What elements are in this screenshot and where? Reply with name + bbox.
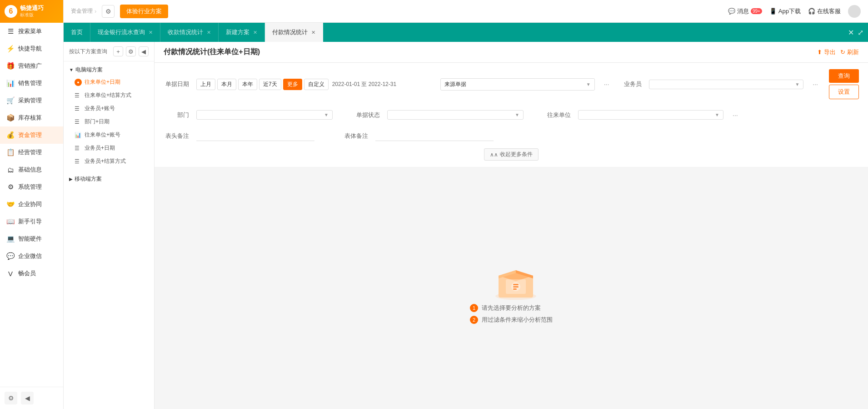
scheme-item-staff-account[interactable]: ☰业务员+账号: [64, 102, 154, 115]
sidebar-item-marketing[interactable]: 🎁营销推广: [0, 57, 63, 75]
date-custom-btn[interactable]: 自定义: [304, 79, 329, 90]
tab-bank-flow[interactable]: 现金银行流水查询✕: [90, 23, 160, 42]
tab-close-payment-stats[interactable]: ✕: [311, 30, 315, 35]
query-btn[interactable]: 查询: [829, 69, 859, 83]
tab-receipt-stats[interactable]: 收款情况统计✕: [160, 23, 219, 42]
tab-close-all-icon[interactable]: ✕: [848, 28, 854, 37]
date-this-year[interactable]: 本年: [238, 79, 257, 90]
tab-new-scheme[interactable]: 新建方案✕: [219, 23, 265, 42]
related-unit-select[interactable]: ▼: [578, 110, 723, 120]
sidebar-label-basic-info: 基础信息: [18, 166, 42, 174]
voucher-status-select[interactable]: ▼: [387, 110, 524, 120]
app-download-btn[interactable]: 📱 App下载: [769, 7, 801, 15]
scheme-item-dept-date[interactable]: ☰部门+日期: [64, 115, 154, 128]
sidebar-item-wechat[interactable]: 💬企业微信: [0, 247, 63, 265]
staff-arrow-icon: ▼: [795, 82, 799, 87]
search-icon: ☰: [6, 27, 15, 35]
sidebar-item-sales[interactable]: 📊销售管理: [0, 75, 63, 92]
scheme-item-unit-settle[interactable]: ☰往来单位+结算方式: [64, 89, 154, 102]
scheme-group-arrow-pc: ▼: [69, 67, 74, 72]
app-download-label: App下载: [778, 7, 801, 15]
sidebar-item-inventory[interactable]: 📦库存核算: [0, 109, 63, 126]
try-industry-btn[interactable]: 体验行业方案: [120, 5, 168, 18]
scheme-item-icon-dept-date: ☰: [75, 119, 82, 125]
scheme-group-title-pc[interactable]: ▼电脑端方案: [64, 64, 154, 76]
empty-tip-1: 1 请先选择要分析的方案: [470, 304, 553, 312]
tab-close-receipt-stats[interactable]: ✕: [207, 30, 211, 35]
sidebar-item-operation[interactable]: 📋经营管理: [0, 144, 63, 161]
table-head-note-input[interactable]: [196, 131, 314, 141]
scheme-item-icon-unit-account: 📊: [75, 132, 82, 138]
scheme-item-label-staff-date: 业务员+日期: [85, 144, 115, 152]
scheme-group-pc: ▼电脑端方案●往来单位+日期☰往来单位+结算方式☰业务员+账号☰部门+日期📊往来…: [64, 61, 154, 171]
tab-end-actions: ✕ ⤢: [843, 23, 868, 42]
messages-icon: 💬: [728, 8, 735, 15]
staff-label: 业务员: [616, 80, 642, 88]
export-label: 导出: [824, 48, 836, 56]
sidebar-item-member[interactable]: V畅会员: [0, 265, 63, 282]
dept-select[interactable]: ▼: [196, 110, 333, 120]
sidebar-settings-icon[interactable]: ⚙: [5, 392, 17, 404]
add-scheme-btn[interactable]: +: [113, 46, 123, 56]
marketing-icon: 🎁: [6, 62, 15, 70]
scheme-item-unit-date[interactable]: ●往来单位+日期: [64, 76, 154, 89]
staff-select[interactable]: ▼: [649, 80, 803, 89]
sidebar-label-inventory: 库存核算: [18, 114, 42, 122]
sidebar-item-finance[interactable]: 💰资金管理: [0, 126, 63, 144]
scheme-item-label-staff-settle: 业务员+结算方式: [85, 157, 126, 165]
scheme-item-unit-account[interactable]: 📊往来单位+账号: [64, 128, 154, 141]
scheme-item-staff-settle[interactable]: ☰业务员+结算方式: [64, 155, 154, 168]
scheme-active-badge: ●: [75, 79, 82, 86]
breadcrumb-text: 资金管理: [71, 7, 93, 15]
tab-payment-stats[interactable]: 付款情况统计✕: [265, 23, 323, 42]
sidebar: 6 畅捷通巧 标准版 ☰搜索菜单⚡快捷导航🎁营销推广📊销售管理🛒采购管理📦库存核…: [0, 0, 64, 409]
scheme-groups: ▼电脑端方案●往来单位+日期☰往来单位+结算方式☰业务员+账号☰部门+日期📊往来…: [64, 61, 154, 187]
date-last-month[interactable]: 上月: [196, 79, 215, 90]
tab-maximize-icon[interactable]: ⤢: [858, 28, 863, 37]
sidebar-label-hardware: 智能硬件: [18, 235, 42, 243]
messages-btn[interactable]: 💬 消息 99+: [728, 7, 762, 15]
sidebar-item-hardware[interactable]: 💻智能硬件: [0, 230, 63, 247]
sidebar-item-search[interactable]: ☰搜索菜单: [0, 23, 63, 40]
scheme-group-mobile: ▶移动端方案: [64, 171, 154, 187]
sidebar-label-marketing: 营销推广: [18, 62, 42, 70]
export-btn[interactable]: ⬆ 导出: [817, 48, 836, 56]
sidebar-label-finance: 资金管理: [18, 131, 42, 139]
filter-settings-btn[interactable]: 设置: [829, 85, 859, 99]
related-unit-more-icon[interactable]: ···: [733, 111, 738, 119]
avatar[interactable]: [848, 5, 861, 18]
table-body-note-label: 表体备注: [343, 132, 368, 140]
scheme-item-staff-date[interactable]: ☰业务员+日期: [64, 141, 154, 155]
staff-more-icon[interactable]: ···: [813, 81, 818, 88]
tab-home[interactable]: 首页: [64, 23, 90, 42]
sidebar-item-guide[interactable]: 📖新手引导: [0, 213, 63, 230]
sidebar-item-purchase[interactable]: 🛒采购管理: [0, 92, 63, 109]
collapse-panel-btn[interactable]: ◀: [139, 46, 149, 56]
empty-tips: 1 请先选择要分析的方案 2 用过滤条件来缩小分析范围: [470, 304, 553, 324]
date-last-7days[interactable]: 近7天: [259, 79, 281, 90]
scheme-group-title-mobile[interactable]: ▶移动端方案: [64, 173, 154, 185]
sidebar-item-system[interactable]: ⚙系统管理: [0, 178, 63, 196]
sidebar-item-quick-nav[interactable]: ⚡快捷导航: [0, 40, 63, 57]
table-body-note-input[interactable]: [375, 131, 494, 141]
source-voucher-select[interactable]: 来源单据 ▼: [440, 78, 595, 91]
scheme-settings-btn[interactable]: ⚙: [126, 46, 136, 56]
sidebar-item-enterprise[interactable]: 🤝企业协同: [0, 196, 63, 213]
online-service-btn[interactable]: 🎧 在线客服: [808, 7, 841, 15]
source-label: 来源单据: [444, 81, 466, 88]
tab-label-new-scheme: 新建方案: [226, 28, 249, 36]
refresh-btn[interactable]: ↻ 刷新: [840, 48, 859, 56]
guide-icon: 📖: [6, 217, 15, 226]
scheme-item-label-unit-date: 往来单位+日期: [85, 78, 120, 86]
date-this-month[interactable]: 本月: [217, 79, 236, 90]
sidebar-item-basic-info[interactable]: 🗂基础信息: [0, 161, 63, 178]
source-more-icon[interactable]: ···: [604, 81, 609, 88]
tab-close-new-scheme[interactable]: ✕: [253, 30, 257, 35]
collapse-conditions-btn[interactable]: ∧∧ 收起更多条件: [484, 148, 539, 161]
filter-row-1: 单据日期 上月 本月 本年 近7天 更多 自定义 2022-01-01 至 20…: [164, 69, 859, 99]
date-more-btn[interactable]: 更多: [283, 79, 302, 90]
sidebar-collapse-icon[interactable]: ◀: [21, 392, 34, 404]
tab-label-bank-flow: 现金银行流水查询: [98, 28, 145, 36]
topbar-settings-btn[interactable]: ⚙: [102, 5, 115, 18]
tab-close-bank-flow[interactable]: ✕: [149, 30, 153, 35]
